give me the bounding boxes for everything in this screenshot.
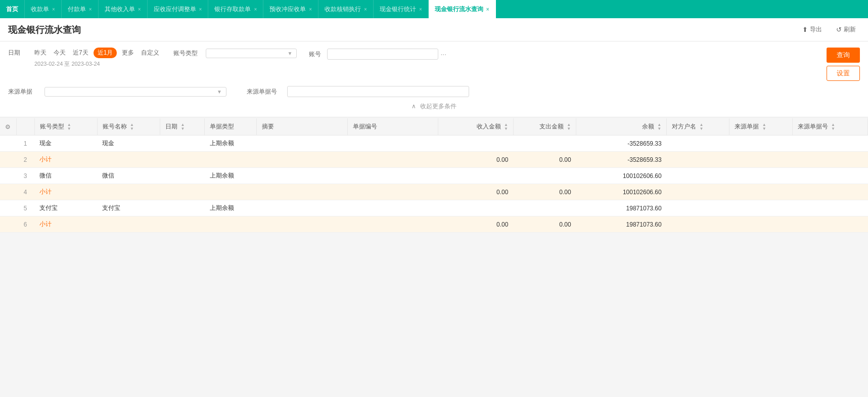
source-doc-num-input[interactable] (287, 86, 469, 97)
cell-source-doc (729, 168, 792, 184)
row-gear-cell (0, 152, 16, 168)
col-source-doc-num: 来源单据号 ▲▼ (792, 118, 867, 136)
account-input-area: ··· (327, 49, 446, 60)
nav-tab-8[interactable]: 现金银行流水查询 × (429, 0, 496, 18)
cell-source-doc-num (792, 152, 867, 168)
account-type-chevron: ▼ (287, 51, 292, 56)
date-opt-more[interactable]: 更多 (120, 48, 136, 58)
nav-tab-label-3: 应收应付调整单 (154, 5, 196, 14)
nav-tab-5[interactable]: 预收冲应收单 × (263, 0, 318, 18)
nav-tab-close-7[interactable]: × (419, 7, 422, 12)
cell-counterparty (667, 136, 729, 152)
gear-icon[interactable]: ⚙ (5, 123, 11, 130)
cell-doc-type: 上期余额 (205, 136, 257, 152)
sort-counterparty[interactable]: ▲▼ (700, 123, 704, 131)
export-label: 导出 (810, 25, 822, 34)
cell-doc-num (347, 168, 438, 184)
collapse-bar[interactable]: ∧ 收起更多条件 (8, 100, 860, 113)
col-income: 收入金额 ▲▼ (438, 118, 513, 136)
nav-tab-1[interactable]: 付款单 × (62, 0, 99, 18)
query-button[interactable]: 查询 (827, 48, 860, 63)
nav-tab-close-5[interactable]: × (309, 7, 312, 12)
nav-tab-close-4[interactable]: × (254, 7, 257, 12)
refresh-button[interactable]: ↺ 刷新 (832, 23, 860, 36)
col-source-doc: 来源单据 ▲▼ (729, 118, 792, 136)
cell-doc-type (205, 184, 257, 200)
row-gear-cell (0, 136, 16, 152)
collapse-label: 收起更多条件 (420, 103, 456, 110)
source-doc-select[interactable]: ▼ (44, 87, 226, 97)
account-type-label: 账号类型 (173, 49, 202, 58)
nav-tab-close-3[interactable]: × (199, 7, 202, 12)
col-doc-type: 单据类型 (205, 118, 257, 136)
nav-tab-2[interactable]: 其他收入单 × (99, 0, 148, 18)
table-row: 1现金现金上期余额-3528659.33 (0, 136, 868, 152)
row-gear-cell (0, 184, 16, 200)
nav-tab-6[interactable]: 收款核销执行 × (318, 0, 374, 18)
sort-income[interactable]: ▲▼ (504, 123, 508, 131)
filter-source-row: 来源单据 ▼ 来源单据号 (8, 86, 860, 97)
date-opt-7days[interactable]: 近7天 (71, 48, 90, 58)
cell-counterparty (667, 152, 729, 168)
date-opt-yesterday[interactable]: 昨天 (32, 48, 49, 58)
account-ellipsis-button[interactable]: ··· (440, 50, 446, 58)
cell-account-name: 微信 (97, 168, 160, 184)
nav-tab-close-6[interactable]: × (364, 7, 367, 12)
nav-tab-4[interactable]: 银行存取款单 × (208, 0, 263, 18)
nav-tab-close-8[interactable]: × (486, 7, 489, 12)
cell-balance: -3528659.33 (576, 136, 667, 152)
col-gear: ⚙ (0, 118, 16, 136)
cell-counterparty (667, 168, 729, 184)
date-opt-today[interactable]: 今天 (52, 48, 68, 58)
cell-source-doc-num (792, 184, 867, 200)
cell-doc-num (347, 152, 438, 168)
nav-tab-close-1[interactable]: × (89, 7, 92, 12)
col-source-doc-label: 来源单据 (735, 123, 759, 130)
cell-source-doc (729, 136, 792, 152)
nav-tab-label-0: 收款单 (31, 5, 49, 14)
sort-expense[interactable]: ▲▼ (567, 123, 571, 131)
nav-tab-3[interactable]: 应收应付调整单 × (148, 0, 209, 18)
cell-source-doc (729, 152, 792, 168)
cell-doc-type (205, 152, 257, 168)
cell-expense (513, 200, 576, 216)
account-type-select[interactable]: ▼ (206, 49, 297, 58)
row-number: 3 (16, 168, 34, 184)
sort-source-doc-num[interactable]: ▲▼ (831, 123, 835, 131)
nav-tab-0[interactable]: 收款单 × (25, 0, 62, 18)
col-account-name: 账号名称 ▲▼ (97, 118, 160, 136)
sort-account-name[interactable]: ▲▼ (130, 123, 134, 131)
cell-expense (513, 136, 576, 152)
nav-tab-close-0[interactable]: × (52, 7, 55, 12)
cell-account-type: 小计 (34, 184, 97, 200)
nav-home[interactable]: 首页 (0, 0, 25, 18)
table-row: 2小计0.000.00-3528659.33 (0, 152, 868, 168)
date-opt-1month[interactable]: 近1月 (94, 48, 117, 58)
row-number: 2 (16, 152, 34, 168)
cell-account-name (97, 216, 160, 233)
sort-date[interactable]: ▲▼ (180, 123, 185, 131)
cell-summary (257, 216, 347, 233)
nav-tab-label-2: 其他收入单 (105, 5, 135, 14)
row-gear-cell (0, 200, 16, 216)
sort-source-doc[interactable]: ▲▼ (762, 123, 766, 131)
cell-expense (513, 168, 576, 184)
col-balance: 余额 ▲▼ (576, 118, 667, 136)
export-button[interactable]: ⬆ 导出 (798, 23, 826, 36)
sort-balance[interactable]: ▲▼ (657, 123, 661, 131)
cell-account-type: 微信 (34, 168, 97, 184)
nav-tab-7[interactable]: 现金银行统计 × (374, 0, 429, 18)
col-doc-num: 单据编号 (347, 118, 438, 136)
col-date-label: 日期 (165, 123, 177, 130)
account-input[interactable] (327, 49, 438, 60)
cell-source-doc-num (792, 168, 867, 184)
col-date: 日期 ▲▼ (160, 118, 205, 136)
date-opt-custom[interactable]: 自定义 (139, 48, 161, 58)
setting-button[interactable]: 设置 (827, 66, 860, 81)
sort-account-type[interactable]: ▲▼ (67, 123, 71, 131)
col-doc-num-label: 单据编号 (353, 123, 377, 130)
nav-home-label: 首页 (6, 5, 18, 14)
cell-summary (257, 184, 347, 200)
nav-tab-close-2[interactable]: × (138, 7, 141, 12)
cell-summary (257, 136, 347, 152)
